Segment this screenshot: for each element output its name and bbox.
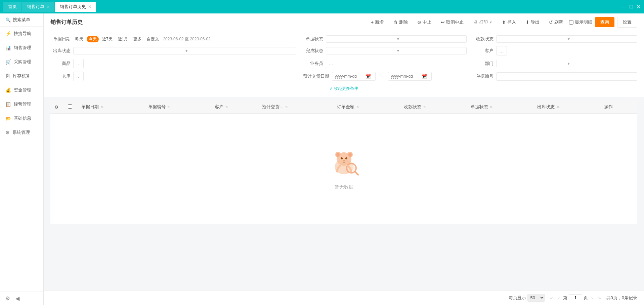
date-range-text: 2023-06-02 至 2023-06-02 xyxy=(163,36,210,42)
sidebar-item-sys-mgmt-label: 系统管理 xyxy=(12,129,30,136)
empty-illustration xyxy=(327,147,361,181)
product-ellipsis[interactable]: ... xyxy=(73,59,84,68)
sidebar-item-sys-mgmt[interactable]: ⚙ 系统管理 xyxy=(0,125,43,140)
date-1month[interactable]: 近1月 xyxy=(116,36,130,42)
dept-select[interactable]: ▼ xyxy=(496,60,637,67)
sidebar-item-finance-mgmt-label: 资金管理 xyxy=(14,87,31,93)
bill-no-input[interactable] xyxy=(499,74,634,79)
sort-bill-status-icon[interactable]: ⇅ xyxy=(490,105,492,109)
th-bill-no[interactable]: 单据编号 ⇅ xyxy=(144,101,211,114)
tab-sales-order[interactable]: 销售订单 ✕ xyxy=(22,2,54,12)
collapse-bar[interactable]: ∧ 收起更多条件 xyxy=(50,84,637,93)
sidebar-item-sales-mgmt-label: 销售管理 xyxy=(14,45,31,51)
sidebar-collapse-icon[interactable]: ◀ xyxy=(15,295,19,302)
sidebar-item-inventory-calc[interactable]: 🗄 库存核算 xyxy=(0,69,43,83)
calendar-to-icon[interactable]: 📅 xyxy=(421,74,427,79)
first-page-button[interactable]: « xyxy=(548,295,555,301)
sidebar-item-purchase-mgmt[interactable]: 🛒 采购管理 xyxy=(0,55,43,69)
receipt-status-select[interactable]: ▼ xyxy=(496,35,637,43)
window-close-button[interactable]: ✕ xyxy=(636,4,641,10)
settings-button[interactable]: 设置 xyxy=(617,17,637,28)
sidebar-settings-icon[interactable]: ⚙ xyxy=(5,295,10,302)
filter-row-3: 商品 ... 业务员 ... 部门 ▼ xyxy=(50,59,637,68)
tab-sales-order-label: 销售订单 xyxy=(27,4,44,10)
delete-icon: 🗑 xyxy=(393,20,398,25)
sidebar-item-business-mgmt[interactable]: 📋 经营管理 xyxy=(0,97,43,111)
print-button[interactable]: 🖨 打印 ▼ xyxy=(470,17,496,27)
query-button[interactable]: 查询 xyxy=(595,17,614,27)
date-today[interactable]: 今天 xyxy=(87,36,99,42)
total-records-text: 共0页，0条记录 xyxy=(606,295,637,301)
th-gear[interactable]: ⚙ xyxy=(50,101,64,114)
date-custom[interactable]: 自定义 xyxy=(145,36,161,42)
current-page-input[interactable] xyxy=(569,294,582,301)
expected-date-from-input[interactable] xyxy=(335,74,365,79)
date-yesterday[interactable]: 昨天 xyxy=(73,36,85,42)
cancel-stop-button[interactable]: ↩ 取消中止 xyxy=(437,17,467,27)
tab-sales-order-history[interactable]: 销售订单历史 ✕ xyxy=(55,2,96,12)
th-date[interactable]: 单据日期 ⇅ xyxy=(77,101,144,114)
prev-page-button[interactable]: ‹ xyxy=(556,295,562,301)
expected-date-to[interactable]: 📅 xyxy=(388,72,432,81)
tab-home[interactable]: 首页 xyxy=(3,2,22,12)
date-more[interactable]: 更多 xyxy=(131,36,143,42)
print-icon: 🖨 xyxy=(473,20,478,25)
display-toggle[interactable]: 显示明细 xyxy=(569,19,592,25)
gear-icon[interactable]: ⚙ xyxy=(54,105,58,110)
sidebar-item-sales-mgmt[interactable]: 📊 销售管理 xyxy=(0,41,43,55)
th-expected-delivery[interactable]: 预计交货... ⇅ xyxy=(258,101,333,114)
delete-button[interactable]: 🗑 删除 xyxy=(390,17,411,27)
last-page-button[interactable]: » xyxy=(596,295,603,301)
sidebar-search[interactable]: 🔍 搜索菜单 xyxy=(0,13,43,27)
table-body: 暂无数据 xyxy=(50,114,637,224)
sort-order-amount-icon[interactable]: ⇅ xyxy=(356,105,359,109)
inventory-icon: 🗄 xyxy=(5,73,10,79)
sort-date-icon[interactable]: ⇅ xyxy=(101,105,103,109)
sidebar-item-purchase-mgmt-label: 采购管理 xyxy=(14,59,31,65)
tab-sales-order-close[interactable]: ✕ xyxy=(46,4,50,9)
new-button[interactable]: + 新增 xyxy=(368,17,387,27)
customer-ellipsis[interactable]: ... xyxy=(496,46,507,55)
sort-receipt-status-icon[interactable]: ⇅ xyxy=(423,105,426,109)
warehouse-ellipsis[interactable]: ... xyxy=(73,72,84,81)
display-toggle-checkbox[interactable] xyxy=(569,20,573,25)
import-button[interactable]: ⬆ 导入 xyxy=(499,17,519,27)
page-prefix: 第 xyxy=(563,295,567,301)
calendar-from-icon[interactable]: 📅 xyxy=(365,74,371,79)
th-customer[interactable]: 客户 ⇅ xyxy=(211,101,258,114)
select-all-checkbox[interactable] xyxy=(68,104,72,109)
sort-bill-no-icon[interactable]: ⇅ xyxy=(167,105,170,109)
bill-status-select[interactable]: ▼ xyxy=(326,35,467,43)
stop-button[interactable]: ⊘ 中止 xyxy=(414,17,435,27)
expected-date-from[interactable]: 📅 xyxy=(332,72,376,81)
th-order-amount[interactable]: 订单金额 ⇅ xyxy=(333,101,400,114)
expected-date-to-input[interactable] xyxy=(391,74,421,79)
sort-customer-icon[interactable]: ⇅ xyxy=(225,105,228,109)
sidebar-item-basic-info[interactable]: 📂 基础信息 xyxy=(0,111,43,125)
complete-status-select[interactable]: ▼ xyxy=(326,47,467,54)
sidebar-item-quick-nav[interactable]: ⚡ 快捷导航 xyxy=(0,27,43,41)
th-bill-status[interactable]: 单据状态 ⇅ xyxy=(467,101,533,114)
page-nav: « ‹ 第 页 › » xyxy=(548,294,603,301)
bill-no-label: 单据编号 xyxy=(473,73,493,79)
bill-no-input-wrapper[interactable] xyxy=(496,72,637,81)
sort-outbound-status-icon[interactable]: ⇅ xyxy=(557,105,559,109)
th-outbound-status[interactable]: 出库状态 ⇅ xyxy=(533,101,600,114)
outbound-status-select[interactable]: ▼ xyxy=(73,47,296,54)
prev-page-icon: ‹ xyxy=(558,295,560,301)
th-receipt-status[interactable]: 收款状态 ⇅ xyxy=(400,101,467,114)
th-order-amount-label: 订单金额 xyxy=(337,104,354,109)
window-maximize-button[interactable]: □ xyxy=(630,4,633,10)
th-check[interactable] xyxy=(64,101,77,114)
tab-sales-order-history-close[interactable]: ✕ xyxy=(88,4,91,9)
next-page-button[interactable]: › xyxy=(589,295,595,301)
window-minimize-button[interactable]: — xyxy=(621,4,626,10)
sidebar-item-finance-mgmt[interactable]: 💰 资金管理 xyxy=(0,83,43,97)
salesperson-ellipsis[interactable]: ... xyxy=(326,59,336,68)
export-button[interactable]: ⬇ 导出 xyxy=(522,17,543,27)
sort-expected-delivery-icon[interactable]: ⇅ xyxy=(285,105,288,109)
page-size-select-input[interactable]: 10 20 50 100 xyxy=(527,294,545,302)
date-7days[interactable]: 近7天 xyxy=(100,36,115,42)
print-arrow-icon: ▼ xyxy=(489,21,492,24)
refresh-button[interactable]: ↺ 刷新 xyxy=(546,17,566,27)
